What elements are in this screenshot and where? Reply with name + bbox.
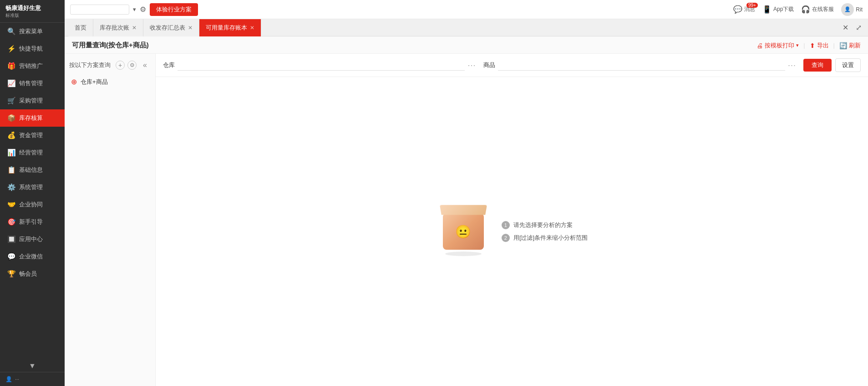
schema-item-warehouse-goods[interactable]: ⊕ 仓库+商品 (65, 74, 155, 90)
sidebar-item-corpwx[interactable]: 💬 企业微信 (0, 248, 65, 265)
sidebar-label-search: 搜索菜单 (19, 27, 43, 36)
empty-tip-1: 1 请先选择要分析的方案 (502, 221, 588, 229)
sidebar-item-marketing[interactable]: 🎁 营销推广 (0, 57, 65, 75)
sidebar-item-basic[interactable]: 📋 基础信息 (0, 161, 65, 179)
left-panel: 按以下方案查询 + ⚙ « ⊕ 仓库+商品 (65, 54, 156, 386)
export-icon: ⬆ (810, 42, 815, 49)
app-download-btn[interactable]: 📱 App下载 (762, 5, 794, 14)
add-schema-btn[interactable]: + (116, 61, 125, 70)
warehouse-more-btn[interactable]: ··· (467, 61, 476, 70)
tab-recv-summary-close[interactable]: ✕ (188, 25, 193, 31)
sidebar-label-inventory: 库存核算 (19, 114, 43, 122)
sidebar-label-corpwx: 企业微信 (19, 252, 43, 261)
operation-icon: 📊 (7, 149, 15, 157)
corp-icon: 🤝 (7, 201, 15, 209)
sidebar-item-system[interactable]: ⚙️ 系统管理 (0, 179, 65, 196)
sidebar-label-finance: 资金管理 (19, 131, 43, 139)
export-btn[interactable]: ⬆ 导出 (810, 41, 829, 50)
empty-illustration: 😐 (436, 204, 491, 259)
finance-icon: 💰 (7, 131, 15, 139)
tab-home-label: 首页 (75, 24, 86, 32)
sidebar-item-finance[interactable]: 💰 资金管理 (0, 127, 65, 144)
refresh-btn[interactable]: 🔄 刷新 (839, 41, 861, 50)
message-icon: 💬 (733, 5, 742, 14)
sidebar-item-sales[interactable]: 📈 销售管理 (0, 75, 65, 92)
tab-batch-ledger[interactable]: 库存批次账 ✕ (93, 19, 143, 36)
page-title: 可用量查询(按仓库+商品) (72, 41, 149, 50)
content-area: 按以下方案查询 + ⚙ « ⊕ 仓库+商品 仓库 ··· (65, 54, 868, 386)
basic-icon: 📋 (7, 166, 15, 174)
tab-available-ledger-label: 可用量库存账本 (206, 24, 247, 32)
topbar-search-input[interactable] (70, 5, 129, 15)
topbar-search-area (70, 5, 129, 15)
trial-btn[interactable]: 体验行业方案 (150, 3, 198, 16)
topbar-dropdown[interactable]: ▾ (133, 6, 136, 13)
sidebar-label-shortcut: 快捷导航 (19, 45, 43, 53)
tab-recv-summary[interactable]: 收发存汇总表 ✕ (143, 19, 199, 36)
warehouse-label: 仓库 (163, 61, 175, 69)
sidebar-label-appstore: 应用中心 (19, 235, 43, 243)
divider2: | (833, 42, 835, 49)
left-panel-title: 按以下方案查询 (69, 61, 111, 69)
goods-field: 商品 ··· (483, 60, 797, 71)
tip-text-2: 用[过滤]条件来缩小分析范围 (513, 234, 588, 242)
sidebar-label-newguide: 新手引导 (19, 218, 43, 226)
sidebar-item-newguide[interactable]: 🎯 新手引导 (0, 213, 65, 231)
topbar-gear-button[interactable]: ⚙ (140, 5, 146, 14)
sidebar-item-appstore[interactable]: 🔲 应用中心 (0, 231, 65, 248)
left-panel-icon-group: + ⚙ « (116, 60, 151, 70)
tab-batch-ledger-close[interactable]: ✕ (132, 25, 137, 31)
tab-home[interactable]: 首页 (68, 19, 93, 36)
user-icon: 👤 (5, 376, 12, 382)
tab-available-ledger-close[interactable]: ✕ (250, 25, 254, 31)
sidebar-item-search[interactable]: 🔍 搜索菜单 (0, 23, 65, 40)
left-panel-header: 按以下方案查询 + ⚙ « (65, 58, 155, 74)
empty-state: 😐 1 请先选择要分析的方案 2 用[过滤]条件来缩小分析范围 (156, 77, 868, 386)
sidebar-item-shortcut[interactable]: ⚡ 快捷导航 (0, 40, 65, 57)
sidebar-item-corp[interactable]: 🤝 企业协同 (0, 196, 65, 213)
page-header-actions: 🖨 按模板打印 ▾ | ⬆ 导出 | 🔄 刷新 (756, 41, 861, 50)
app-download-icon: 📱 (762, 5, 772, 14)
tab-close-all-btn[interactable]: ✕ (840, 22, 851, 33)
sidebar-label-corp: 企业协同 (19, 201, 43, 209)
tip-num-1: 1 (502, 221, 510, 229)
sidebar-label-member: 畅会员 (19, 270, 37, 278)
message-btn[interactable]: 💬 消息 99+ (733, 5, 755, 14)
online-service-btn[interactable]: 🎧 在线客服 (801, 5, 834, 14)
sidebar-label-marketing: 营销推广 (19, 62, 43, 70)
query-btn[interactable]: 查询 (803, 59, 832, 72)
refresh-label: 刷新 (849, 41, 861, 50)
goods-input[interactable] (498, 60, 785, 71)
sidebar-item-purchase[interactable]: 🛒 采购管理 (0, 92, 65, 109)
warehouse-input[interactable] (178, 60, 465, 71)
sidebar-item-member[interactable]: 🏆 畅会员 (0, 265, 65, 283)
goods-more-btn[interactable]: ··· (788, 61, 796, 70)
settings-schema-btn[interactable]: ⚙ (127, 61, 137, 70)
filter-action-group: 查询 设置 (803, 58, 861, 72)
tab-expand-btn[interactable]: ⤢ (853, 22, 864, 33)
tabbar-actions: ✕ ⤢ (840, 22, 864, 33)
app-download-label: App下载 (773, 5, 794, 13)
tab-available-ledger[interactable]: 可用量库存账本 ✕ (199, 19, 261, 36)
sidebar-item-operation[interactable]: 📊 经营管理 (0, 144, 65, 161)
print-dropdown-icon: ▾ (796, 42, 799, 48)
print-btn[interactable]: 🖨 按模板打印 ▾ (756, 41, 799, 50)
filter-bar: 仓库 ··· 商品 ··· 查询 设置 (156, 54, 868, 77)
topbar: ▾ ⚙ 体验行业方案 💬 消息 99+ 📱 App下载 🎧 在线客服 👤 (65, 0, 868, 19)
purchase-icon: 🛒 (7, 97, 15, 105)
user-avatar-btn[interactable]: 👤 Rit (841, 3, 863, 16)
collapse-panel-btn[interactable]: « (139, 60, 151, 70)
sidebar-item-inventory[interactable]: 📦 库存核算 (0, 109, 65, 127)
filter-settings-btn[interactable]: 设置 (835, 58, 861, 72)
shortcut-icon: ⚡ (7, 45, 15, 53)
schema-icon: ⊕ (71, 77, 77, 86)
marketing-icon: 🎁 (7, 62, 15, 70)
print-label: 按模板打印 (765, 41, 794, 50)
sales-icon: 📈 (7, 79, 15, 87)
tab-batch-ledger-label: 库存批次账 (100, 24, 129, 32)
sidebar-bottom-user[interactable]: 👤 ··· (0, 372, 65, 386)
chevron-down-icon: ▼ (29, 362, 36, 370)
right-panel: 仓库 ··· 商品 ··· 查询 设置 😐 (156, 54, 868, 386)
app-subtitle: 标准版 (5, 12, 59, 19)
sidebar-scroll-down[interactable]: ▼ (0, 360, 65, 372)
